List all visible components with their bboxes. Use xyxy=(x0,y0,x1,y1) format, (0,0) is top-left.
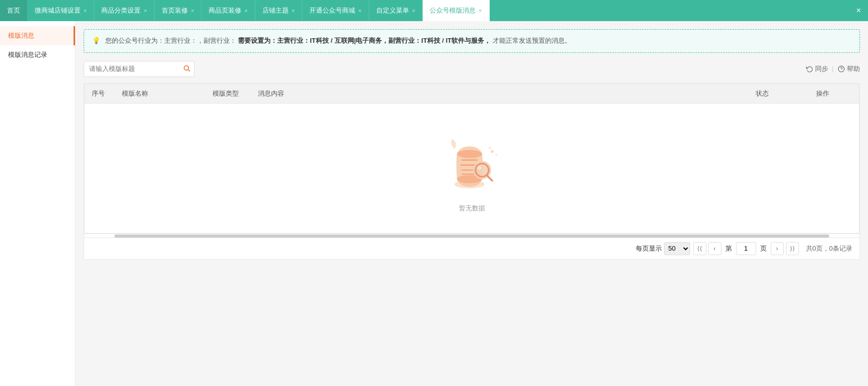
nav-tab-home-decor-label: 首页装修 xyxy=(162,6,188,15)
svg-point-0 xyxy=(184,65,189,70)
horizontal-scrollbar[interactable] xyxy=(84,234,859,238)
notice-text-suffix: 才能正常发送预置的消息。 xyxy=(493,37,571,44)
col-header-content: 消息内容 xyxy=(251,84,749,103)
page-size-select: 每页显示 10 20 50 100 xyxy=(636,242,690,255)
nav-tab-shop-settings[interactable]: 微商城店铺设置 × xyxy=(28,0,94,21)
svg-point-15 xyxy=(491,150,494,153)
col-header-name: 模版名称 xyxy=(115,84,206,103)
nav-tab-store-theme-label: 店铺主题 xyxy=(262,6,289,15)
last-page-button[interactable]: ⟩⟩ xyxy=(786,242,799,255)
search-icon xyxy=(183,64,190,72)
help-icon xyxy=(838,65,845,72)
first-page-button[interactable]: ⟨⟨ xyxy=(693,242,706,255)
nav-tab-open-shop[interactable]: 开通公众号商城 × xyxy=(302,0,369,21)
close-all-tabs-button[interactable]: × xyxy=(849,6,868,15)
nav-tab-product-decor-label: 商品页装修 xyxy=(209,6,241,15)
page-number-input[interactable] xyxy=(736,242,756,255)
nav-tab-product-decor[interactable]: 商品页装修 × xyxy=(202,0,255,21)
close-template-msg-icon[interactable]: × xyxy=(479,8,482,14)
page-label: 第 xyxy=(725,244,732,253)
close-store-theme-icon[interactable]: × xyxy=(292,8,295,14)
nav-tab-template-msg-label: 公众号模版消息 xyxy=(430,6,476,15)
close-custom-menu-icon[interactable]: × xyxy=(412,8,415,14)
search-button[interactable] xyxy=(183,64,190,73)
svg-line-1 xyxy=(188,69,190,71)
notice-highlight: 需要设置为：主营行业：IT科技 / 互联网|电子商务，副营行业：IT科技 / I… xyxy=(238,37,491,44)
search-actions: 同步 | 帮助 xyxy=(806,64,860,73)
empty-state: 暂无数据 xyxy=(85,104,859,233)
notice-box: 💡 您的公众号行业为：主营行业：，副营行业： 需要设置为：主营行业：IT科技 /… xyxy=(84,29,860,53)
nav-tab-home-label: 首页 xyxy=(7,6,20,15)
page-size-label: 每页显示 xyxy=(636,244,662,253)
top-navigation: 首页 微商城店铺设置 × 商品分类设置 × 首页装修 × 商品页装修 × 店铺主… xyxy=(0,0,868,21)
close-home-decor-icon[interactable]: × xyxy=(191,8,194,14)
sync-icon xyxy=(806,65,813,72)
nav-tab-template-msg[interactable]: 公众号模版消息 × xyxy=(423,0,489,21)
empty-text: 暂无数据 xyxy=(85,204,859,213)
main-content: 💡 您的公众号行业为：主营行业：，副营行业： 需要设置为：主营行业：IT科技 /… xyxy=(76,21,868,386)
sync-label: 同步 xyxy=(815,64,828,73)
table-body: 暂无数据 xyxy=(85,103,859,233)
data-table: 序号 模版名称 模版类型 消息内容 状态 xyxy=(84,84,859,234)
close-open-shop-icon[interactable]: × xyxy=(358,8,361,14)
nav-tab-category-settings[interactable]: 商品分类设置 × xyxy=(94,0,154,21)
data-table-wrap: 序号 模版名称 模版类型 消息内容 状态 xyxy=(84,83,860,260)
next-page-button[interactable]: › xyxy=(771,242,784,255)
main-layout: 模版消息 模版消息记录 💡 您的公众号行业为：主营行业：，副营行业： 需要设置为… xyxy=(0,21,868,386)
help-label: 帮助 xyxy=(847,64,860,73)
nav-tab-store-theme[interactable]: 店铺主题 × xyxy=(255,0,302,21)
col-header-type: 模版类型 xyxy=(206,84,251,103)
notice-icon: 💡 xyxy=(92,37,100,44)
help-button[interactable]: 帮助 xyxy=(838,64,860,73)
nav-tab-custom-menu[interactable]: 自定义菜单 × xyxy=(369,0,423,21)
close-category-settings-icon[interactable]: × xyxy=(144,8,147,14)
svg-point-16 xyxy=(495,154,497,156)
page-navigation: ⟨⟨ ‹ 第 页 › ⟩⟩ xyxy=(693,242,799,255)
close-shop-settings-icon[interactable]: × xyxy=(84,8,87,14)
table-header: 序号 模版名称 模版类型 消息内容 状态 xyxy=(85,84,859,103)
nav-tab-shop-settings-label: 微商城店铺设置 xyxy=(35,6,81,15)
sidebar-item-template-msg[interactable]: 模版消息 xyxy=(0,26,75,45)
search-input-wrap xyxy=(84,61,194,77)
sidebar-item-template-msg-label: 模版消息 xyxy=(8,32,34,39)
page-size-dropdown[interactable]: 10 20 50 100 xyxy=(664,242,690,255)
col-header-action: 操作 xyxy=(809,84,859,103)
svg-point-14 xyxy=(478,166,482,170)
sidebar-item-template-msg-log-label: 模版消息记录 xyxy=(8,51,47,58)
col-header-status: 状态 xyxy=(749,84,809,103)
page-unit: 页 xyxy=(760,244,767,253)
page-total: 共0页，0条记录 xyxy=(806,244,852,253)
prev-page-button[interactable]: ‹ xyxy=(708,242,721,255)
nav-tab-custom-menu-label: 自定义菜单 xyxy=(376,6,409,15)
pagination-bar: 每页显示 10 20 50 100 ⟨⟨ ‹ 第 页 › ⟩⟩ xyxy=(84,238,859,259)
svg-point-5 xyxy=(457,150,482,158)
nav-tab-home[interactable]: 首页 xyxy=(0,0,28,21)
svg-point-17 xyxy=(489,147,491,149)
sync-button[interactable]: 同步 xyxy=(806,64,828,73)
search-input[interactable] xyxy=(84,61,194,77)
notice-text-prefix: 您的公众号行业为：主营行业：，副营行业： xyxy=(105,37,236,44)
empty-illustration xyxy=(442,134,502,194)
scrollbar-thumb[interactable] xyxy=(114,235,829,238)
sidebar: 模版消息 模版消息记录 xyxy=(0,21,76,386)
nav-tab-open-shop-label: 开通公众号商城 xyxy=(309,6,355,15)
close-product-decor-icon[interactable]: × xyxy=(244,8,247,14)
col-header-seq: 序号 xyxy=(85,84,115,103)
action-divider: | xyxy=(832,65,834,72)
search-bar: 同步 | 帮助 xyxy=(84,61,860,77)
sidebar-item-template-msg-log[interactable]: 模版消息记录 xyxy=(0,45,75,64)
svg-line-13 xyxy=(487,175,492,181)
nav-tab-home-decor[interactable]: 首页装修 × xyxy=(155,0,202,21)
nav-tab-category-settings-label: 商品分类设置 xyxy=(101,6,141,15)
